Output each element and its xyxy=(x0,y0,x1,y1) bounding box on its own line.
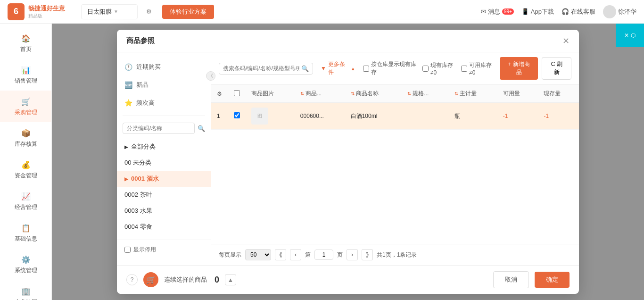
sidebar-item-purchase[interactable]: 🛒 采购管理 xyxy=(0,91,51,122)
search-icon[interactable]: 🔍 xyxy=(301,65,309,72)
product-search-input[interactable] xyxy=(223,65,299,72)
headset-icon: 🎧 xyxy=(561,8,569,15)
category-item-0004[interactable]: 0004 零食 xyxy=(117,219,211,235)
chevron-down-icon: ▼ xyxy=(114,9,118,14)
tab-frequent[interactable]: ⭐ 频次高 xyxy=(117,94,211,112)
category-item-0001[interactable]: ▶ 0001 酒水 xyxy=(117,171,211,187)
by-warehouse-label: 按仓库显示现有库存 xyxy=(371,60,419,76)
by-warehouse-checkbox[interactable] xyxy=(363,66,369,72)
category-0004-label: 0004 零食 xyxy=(124,223,152,231)
col-unit-header[interactable]: ⇅ 主计量 xyxy=(449,85,497,103)
online-service-button[interactable]: 🎧 在线客服 xyxy=(561,8,595,16)
add-product-button[interactable]: + 新增商品 xyxy=(500,57,538,80)
select-all-checkbox[interactable] xyxy=(234,90,240,96)
tab-recent[interactable]: 🕐 近期购买 xyxy=(117,58,211,76)
download-icon: 📱 xyxy=(521,8,529,15)
teal-panel-button[interactable]: ✕ ⬡ xyxy=(616,24,644,47)
collapse-panel-button[interactable]: 《 xyxy=(206,71,215,81)
logo-icon: 6 xyxy=(8,3,25,20)
last-page-button[interactable]: ⟫ xyxy=(362,249,373,260)
show-disabled-text: 显示停用 xyxy=(133,246,156,254)
sort-icon-unit: ⇅ xyxy=(454,91,458,96)
app-download-button[interactable]: 📱 App下载 xyxy=(521,8,554,16)
top-navbar: 6 畅捷通好生意 精品版 日太阳膜 ▼ ⚙ 体验行业方案 ✉ 消息 99+ 📱 … xyxy=(0,0,644,24)
next-page-button[interactable]: › xyxy=(347,249,358,260)
page-label: 第 xyxy=(305,251,311,259)
user-avatar-button[interactable]: 徐泽华 xyxy=(603,5,636,18)
available-nonzero-checkbox[interactable] xyxy=(461,66,467,72)
category-item-0003[interactable]: 0003 水果 xyxy=(117,203,211,219)
row-checkbox[interactable] xyxy=(234,112,240,118)
checkbox-available-nonzero[interactable]: 可用库存≠0 xyxy=(461,61,496,76)
confirm-button[interactable]: 确定 xyxy=(535,272,570,288)
category-list: ▶ 全部分类 00 未分类 ▶ 0001 酒水 0002 茶 xyxy=(117,137,211,240)
row-name-cell: 白酒100ml xyxy=(345,103,402,130)
modal-footer: ? 🛒 连续选择的商品 0 ▲ 取消 确定 xyxy=(117,265,579,294)
checkbox-stock-nonzero[interactable]: 现有库存≠0 xyxy=(422,61,457,76)
message-badge: 99+ xyxy=(502,8,514,15)
category-item-00[interactable]: 00 未分类 xyxy=(117,155,211,171)
modal-body: 🕐 近期购买 🆕 新品 ⭐ 频次高 xyxy=(117,52,579,265)
messages-button[interactable]: ✉ 消息 99+ xyxy=(481,8,514,16)
refresh-button[interactable]: C 刷新 xyxy=(542,57,571,80)
trial-button[interactable]: 体验行业方案 xyxy=(162,5,214,19)
current-page-input[interactable] xyxy=(314,250,333,260)
checkbox-by-warehouse[interactable]: 按仓库显示现有库存 xyxy=(363,60,419,76)
sidebar-item-purchase-label: 采购管理 xyxy=(15,108,37,117)
category-search-icon[interactable]: 🔍 xyxy=(198,125,205,132)
table-row[interactable]: 1 图 000600... xyxy=(211,103,579,130)
sidebar-item-system[interactable]: ⚙️ 系统管理 xyxy=(0,249,51,280)
category-00-label: 00 未分类 xyxy=(124,158,151,167)
modal-right-panel: 🔍 ▼ 更多条件 ▲ 按仓库显示现有库存 xyxy=(211,52,579,265)
category-item-0005[interactable]: 0005 饮料 xyxy=(117,235,211,240)
first-page-button[interactable]: ⟪ xyxy=(275,249,286,260)
row-code-cell: 000600... xyxy=(295,103,345,130)
close-panel-icon: ✕ xyxy=(624,32,629,39)
main-layout: 🏠 首页 📊 销售管理 🛒 采购管理 📦 库存核算 💰 资金管理 📈 经营管理 … xyxy=(0,24,644,300)
cancel-button[interactable]: 取消 xyxy=(493,271,529,288)
prev-page-button[interactable]: ‹ xyxy=(290,249,301,260)
cart-icon: 🛒 xyxy=(143,272,158,287)
stock-nonzero-checkbox[interactable] xyxy=(422,66,429,72)
category-item-0002[interactable]: 0002 茶叶 xyxy=(117,187,211,203)
sidebar-item-basic-label: 基础信息 xyxy=(15,235,37,243)
logo-area: 6 畅捷通好生意 精品版 xyxy=(8,3,74,20)
modal-left-bottom: 显示停用 xyxy=(117,240,211,259)
sidebar-item-basic[interactable]: 📋 基础信息 xyxy=(0,217,51,249)
show-disabled-checkbox[interactable] xyxy=(124,247,131,253)
show-disabled-label[interactable]: 显示停用 xyxy=(124,246,203,254)
sidebar-item-enterprise[interactable]: 🏢 企业协同 xyxy=(0,280,51,300)
col-stock-header: 现存量 xyxy=(538,85,579,103)
col-name-header[interactable]: ⇅ 商品名称 xyxy=(345,85,402,103)
filter-label: 更多条件 xyxy=(328,60,349,76)
store-selector[interactable]: 日太阳膜 ▼ xyxy=(81,4,138,19)
sidebar-item-inventory[interactable]: 📦 库存核算 xyxy=(0,122,51,154)
sidebar-item-finance-label: 资金管理 xyxy=(15,172,37,180)
footer-collapse-button[interactable]: ▲ xyxy=(225,274,236,285)
sidebar: 🏠 首页 📊 销售管理 🛒 采购管理 📦 库存核算 💰 资金管理 📈 经营管理 … xyxy=(0,24,52,300)
col-spec-header[interactable]: ⇅ 规格... xyxy=(402,85,449,103)
product-search-box: 🔍 xyxy=(219,63,313,75)
logo-text: 畅捷通好生意 精品版 xyxy=(28,4,65,19)
sidebar-item-sales[interactable]: 📊 销售管理 xyxy=(0,59,51,91)
filter-icon: ▼ xyxy=(321,65,326,72)
modal-close-button[interactable]: ✕ xyxy=(562,37,570,45)
settings-button[interactable]: ⚙ xyxy=(141,4,157,19)
sidebar-item-home[interactable]: 🏠 首页 xyxy=(0,27,51,59)
tab-new-label: 新品 xyxy=(136,81,149,89)
sort-icon-code: ⇅ xyxy=(300,91,304,96)
sidebar-item-operation[interactable]: 📈 经营管理 xyxy=(0,185,51,217)
category-search-input[interactable] xyxy=(123,123,195,134)
category-item-all[interactable]: ▶ 全部分类 xyxy=(117,139,211,155)
more-filter-button[interactable]: ▼ 更多条件 ▲ xyxy=(317,58,359,78)
page-size-label: 每页显示 xyxy=(219,251,241,259)
sidebar-item-finance[interactable]: 💰 资金管理 xyxy=(0,154,51,185)
col-image-header: 商品图片 xyxy=(246,85,295,103)
col-settings[interactable]: ⚙ xyxy=(211,85,228,103)
help-button[interactable]: ? xyxy=(126,274,138,285)
row-stock-cell: -1 xyxy=(538,103,579,130)
page-size-select[interactable]: 50 10 20 100 xyxy=(245,249,271,260)
col-code-header[interactable]: ⇅ 商品... xyxy=(295,85,345,103)
tab-new[interactable]: 🆕 新品 xyxy=(117,76,211,94)
basic-icon: 📋 xyxy=(21,223,31,233)
